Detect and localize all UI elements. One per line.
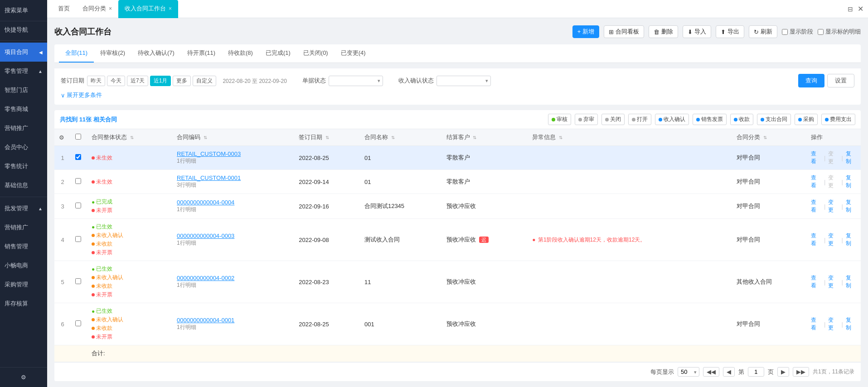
row1-code-link[interactable]: RETAIL_CUSTOM-0003 <box>177 150 241 157</box>
row6-check[interactable] <box>75 320 81 326</box>
col-name[interactable]: 合同名称 ⇅ <box>360 129 442 146</box>
row6-change-btn[interactable]: 变更 <box>828 316 839 332</box>
sidebar-item-marketing2[interactable]: 营销推广 <box>0 218 47 237</box>
tab-income-workbench[interactable]: 收入合同工作台 × <box>118 0 178 18</box>
show-details-checkbox[interactable]: 显示标的明细 <box>818 28 861 36</box>
date-btn-last7[interactable]: 近7天 <box>127 76 148 86</box>
filter-tab-all[interactable]: 全部(11) <box>59 44 94 63</box>
row6-copy-btn[interactable]: 复制 <box>846 316 856 332</box>
date-btn-today[interactable]: 今天 <box>107 76 125 86</box>
add-button[interactable]: + 新增 <box>572 25 599 38</box>
row3-copy-btn[interactable]: 复制 <box>846 198 856 214</box>
export-button[interactable]: ⬆ 导出 <box>716 25 744 38</box>
action-expense-out[interactable]: 费用支出 <box>821 114 855 125</box>
refresh-button[interactable]: ↻ 刷新 <box>749 25 777 38</box>
col-category[interactable]: 合同分类 ⇅ <box>732 129 806 146</box>
row1-view-btn[interactable]: 查看 <box>811 150 821 165</box>
row6-checkbox[interactable] <box>71 303 87 345</box>
last-page-btn[interactable]: ▶▶ <box>793 367 809 377</box>
first-page-btn[interactable]: ◀◀ <box>703 367 719 377</box>
row1-check[interactable] <box>75 154 81 160</box>
row2-checkbox[interactable] <box>71 170 87 194</box>
action-payment[interactable]: 收款 <box>730 114 753 125</box>
row3-check[interactable] <box>75 203 81 208</box>
sidebar-item-inventory[interactable]: 库存核算 <box>0 294 47 313</box>
action-review[interactable]: 审核 <box>548 114 571 125</box>
page-input[interactable] <box>748 367 764 377</box>
row3-change-btn[interactable]: 变更 <box>828 198 839 214</box>
col-customer[interactable]: 结算客户 ⇅ <box>442 129 528 146</box>
date-btn-yesterday[interactable]: 昨天 <box>87 76 105 86</box>
tab-close-all-icon[interactable]: ✕ <box>858 5 863 13</box>
filter-tab-completed[interactable]: 已完成(1) <box>259 44 297 63</box>
row5-checkbox[interactable] <box>71 261 87 303</box>
row6-view-btn[interactable]: 查看 <box>811 316 821 332</box>
page-size-select[interactable]: 10 20 50 100 <box>678 367 699 377</box>
sidebar-search[interactable]: 搜索菜单 <box>0 0 47 21</box>
row5-code-link[interactable]: 0000000000004-0002 <box>177 275 234 281</box>
row4-change-btn[interactable]: 变更 <box>828 232 839 247</box>
row5-copy-btn[interactable]: 复制 <box>846 274 856 290</box>
row1-copy-btn[interactable]: 复制 <box>846 150 856 165</box>
row3-checkbox[interactable] <box>71 194 87 219</box>
row2-check[interactable] <box>75 178 81 184</box>
filter-tab-pending-confirm[interactable]: 待收入确认(7) <box>131 44 181 63</box>
sidebar-item-retail-stats[interactable]: 零售统计 <box>0 157 47 176</box>
tab-contract-category[interactable]: 合同分类 × <box>76 0 118 18</box>
prev-page-btn[interactable]: ◀ <box>723 367 735 377</box>
filter-tab-pending-payment[interactable]: 待收款(8) <box>222 44 259 63</box>
date-btn-last1month[interactable]: 近1月 <box>150 76 171 86</box>
row4-checkbox[interactable] <box>71 219 87 261</box>
col-status[interactable]: 合同整体状态 ⇅ <box>87 129 172 146</box>
row2-change-btn[interactable]: 变更 <box>828 174 839 189</box>
filter-tab-pending-review[interactable]: 待审核(2) <box>94 44 131 63</box>
row6-code-link[interactable]: 0000000000004-0001 <box>177 317 234 324</box>
expand-conditions-btn[interactable]: ∨ 展开更多条件 <box>61 91 854 99</box>
row2-code-link[interactable]: RETAIL_CUSTOM-0001 <box>177 174 241 181</box>
action-income-confirm[interactable]: 收入确认 <box>655 114 689 125</box>
row5-check[interactable] <box>75 278 81 284</box>
sidebar-settings[interactable]: ⚙ <box>0 367 47 387</box>
sidebar-item-sales-mgmt[interactable]: 销售管理 <box>0 237 47 256</box>
show-details-input[interactable] <box>818 29 824 35</box>
date-btn-more[interactable]: 更多 <box>173 76 191 86</box>
row5-change-btn[interactable]: 变更 <box>828 274 839 290</box>
filter-tab-closed[interactable]: 已关闭(0) <box>297 44 335 63</box>
row2-view-btn[interactable]: 查看 <box>811 174 821 189</box>
row5-view-btn[interactable]: 查看 <box>811 274 821 290</box>
sidebar-item-wholesale-mgmt[interactable]: 批发管理 ▲ <box>0 199 47 218</box>
setting-button[interactable]: 设置 <box>827 74 854 87</box>
sidebar-item-retail-mgmt[interactable]: 零售管理 ▲ <box>0 62 47 81</box>
col-settings[interactable]: ⚙ <box>54 129 71 146</box>
filter-tab-pending-invoice[interactable]: 待开票(11) <box>181 44 222 63</box>
sidebar-item-xiaochangec[interactable]: 小畅电商 <box>0 256 47 275</box>
sidebar-item-purchase-mgmt[interactable]: 采购管理 <box>0 275 47 294</box>
filter-tab-changed[interactable]: 已变更(4) <box>335 44 372 63</box>
tab-contract-category-close[interactable]: × <box>109 5 112 12</box>
row1-change-btn[interactable]: 变更 <box>828 150 839 165</box>
doc-status-select[interactable] <box>329 76 383 86</box>
show-stages-input[interactable] <box>782 29 788 35</box>
select-all-checkbox[interactable] <box>75 134 81 140</box>
col-code[interactable]: 合同编码 ⇅ <box>172 129 294 146</box>
kanban-button[interactable]: ⊞ 合同看板 <box>604 25 644 38</box>
sidebar-quick-nav[interactable]: 快捷导航 <box>0 21 47 39</box>
action-abandon[interactable]: 弃审 <box>575 114 598 125</box>
sidebar-item-project-contract[interactable]: 项目合同 ◀ <box>0 43 47 62</box>
row2-copy-btn[interactable]: 复制 <box>846 174 856 189</box>
date-btn-custom[interactable]: 自定义 <box>193 76 216 86</box>
tab-restore-icon[interactable]: ⊟ <box>848 5 853 13</box>
row3-view-btn[interactable]: 查看 <box>811 198 821 214</box>
row1-checkbox[interactable] <box>71 146 87 170</box>
query-button[interactable]: 查询 <box>798 74 824 87</box>
row4-view-btn[interactable]: 查看 <box>811 232 821 247</box>
next-page-btn[interactable]: ▶ <box>777 367 789 377</box>
delete-button[interactable]: 🗑 删除 <box>649 25 678 38</box>
sidebar-item-marketing[interactable]: 营销推广 <box>0 119 47 138</box>
action-close[interactable]: 关闭 <box>601 114 625 125</box>
show-stages-checkbox[interactable]: 显示阶段 <box>782 28 813 36</box>
income-confirm-select[interactable] <box>436 76 491 86</box>
sidebar-item-member-center[interactable]: 会员中心 <box>0 138 47 157</box>
action-sales-invoice[interactable]: 销售发票 <box>693 114 727 125</box>
row4-check[interactable] <box>75 236 81 242</box>
